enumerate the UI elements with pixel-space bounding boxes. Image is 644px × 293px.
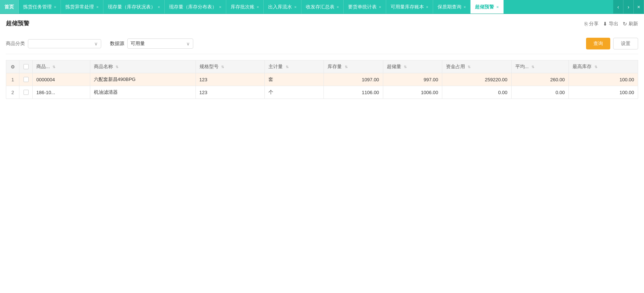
nav-item-expiry-query[interactable]: 保质期查询 × [433,0,471,14]
nav-close-pick-exception[interactable]: × [96,5,98,9]
cell-unit-0: 套 [265,73,324,86]
nav-close-batch-account[interactable]: × [257,5,259,9]
nav-close-order-stats[interactable]: × [379,5,381,9]
nav-item-pick-task[interactable]: 拣货任务管理 × [19,0,61,14]
page-content: 超储预警 ⎘ 分享 ⬇ 导出 ↻ 刷新 商品分类 ∨ 数据源 [0,14,644,293]
cell-overstock-0: 997.00 [383,73,442,86]
gear-icon: ⚙ [11,64,15,70]
cell-overstock-1: 1006.00 [383,86,442,99]
nav-item-summary[interactable]: 收发存汇总表 × [301,0,344,14]
th-gear[interactable]: ⚙ [6,60,19,73]
th-max-stock-label: 最高库存 [572,64,592,69]
nav-close-available-ledger[interactable]: × [426,5,428,9]
th-product-name-label: 商品名称 [94,64,113,69]
th-max-stock[interactable]: 最高库存 ⇅ [569,60,638,73]
th-product-name[interactable]: 商品名称 ⇅ [90,60,195,73]
header-checkbox[interactable] [23,64,29,69]
sort-icon-product-name: ⇅ [116,65,118,69]
nav-label-inventory-status: 现存量（库存状况表） [108,4,155,10]
cell-product-name-0: 六配套新昌490BPG [90,73,195,86]
nav-close-overstock-alert[interactable]: × [496,5,498,9]
th-product-code-label: 商品... [36,64,50,69]
cell-product-code-0: 0000004 [33,73,90,86]
row-checkbox-0[interactable] [23,77,29,82]
th-unit[interactable]: 主计量 ⇅ [265,60,324,73]
category-dropdown-icon: ∨ [94,41,98,47]
cell-avg-1: 0.00 [511,86,569,99]
th-stock-label: 库存量 [328,64,342,69]
sort-icon-spec: ⇅ [221,65,224,69]
th-capital[interactable]: 资金占用 ⇅ [442,60,511,73]
cell-checkbox-0[interactable] [19,73,33,86]
th-unit-label: 主计量 [268,64,283,69]
row-checkbox-1[interactable] [23,90,29,95]
page-title: 超储预警 [6,20,29,27]
th-avg-label: 平均... [515,64,529,69]
cell-stock-1: 1106.00 [324,86,383,99]
nav-arrows: ‹ › × [613,0,644,14]
th-stock[interactable]: 库存量 ⇅ [324,60,383,73]
nav-item-inventory-status[interactable]: 现存量（库存状况表） × [103,0,165,14]
nav-item-home[interactable]: 首页 [0,0,19,14]
category-select[interactable]: ∨ [28,39,101,48]
nav-label-expiry-query: 保质期查询 [438,4,461,10]
table-body: 1 0000004 六配套新昌490BPG 123 套 1097.00 997.… [6,73,638,99]
nav-arrow-more[interactable]: × [634,0,644,14]
share-button[interactable]: ⎘ 分享 [585,21,599,27]
th-product-code[interactable]: 商品... ⇅ [33,60,90,73]
nav-arrow-left[interactable]: ‹ [613,0,623,14]
refresh-button[interactable]: ↻ 刷新 [623,21,638,27]
nav-label-order-stats: 要货单统计表 [348,4,377,10]
sort-icon-capital: ⇅ [468,65,471,69]
nav-item-inventory-dist[interactable]: 现存量（库存分布表） × [165,0,226,14]
nav-label-pick-exception: 拣货异常处理 [65,4,94,10]
datasource-select-value: 可用量 [131,40,145,47]
th-capital-label: 资金占用 [446,64,465,69]
sort-icon-product-code: ⇅ [52,65,55,69]
nav-close-expiry-query[interactable]: × [464,5,466,9]
nav-label-available-ledger: 可用量库存账本 [391,4,424,10]
data-table: ⚙ 商品... ⇅ 商品名称 ⇅ 规格型号 ⇅ [6,60,638,99]
nav-item-inout-flow[interactable]: 出入库流水 × [264,0,301,14]
share-label: 分享 [589,21,599,27]
nav-label-inventory-dist: 现存量（库存分布表） [169,4,217,10]
filter-area: 商品分类 ∨ 数据源 可用量 ∨ 查询 设置 [6,33,638,54]
th-overstock[interactable]: 超储量 ⇅ [383,60,442,73]
settings-button[interactable]: 设置 [613,38,638,49]
datasource-select[interactable]: 可用量 ∨ [127,38,193,49]
nav-item-overstock-alert[interactable]: 超储预警 × [471,0,503,14]
nav-item-batch-account[interactable]: 库存批次账 × [226,0,264,14]
nav-item-order-stats[interactable]: 要货单统计表 × [344,0,386,14]
page-header: 超储预警 ⎘ 分享 ⬇ 导出 ↻ 刷新 [6,20,638,27]
th-checkbox[interactable] [19,60,33,73]
nav-close-inout-flow[interactable]: × [294,5,296,9]
filter-category: 商品分类 ∨ [6,39,101,48]
nav-item-pick-exception[interactable]: 拣货异常处理 × [61,0,103,14]
nav-close-inventory-dist[interactable]: × [219,5,221,9]
sort-icon-avg: ⇅ [531,65,534,69]
share-icon: ⎘ [585,21,588,27]
nav-label-summary: 收发存汇总表 [306,4,334,10]
cell-spec-1: 123 [195,86,265,99]
nav-label-inout-flow: 出入库流水 [268,4,292,10]
export-button[interactable]: ⬇ 导出 [603,21,618,27]
th-spec-label: 规格型号 [200,64,219,69]
nav-label-batch-account: 库存批次账 [231,4,255,10]
table-header-row: ⚙ 商品... ⇅ 商品名称 ⇅ 规格型号 ⇅ [6,60,638,73]
nav-close-summary[interactable]: × [337,5,339,9]
export-icon: ⬇ [603,21,607,27]
nav-arrow-right[interactable]: › [623,0,634,14]
nav-close-pick-task[interactable]: × [54,5,56,9]
sort-icon-unit: ⇅ [286,65,289,69]
cell-capital-1: 0.00 [442,86,511,99]
filter-datasource: 数据源 可用量 ∨ [110,38,193,49]
filter-actions: 查询 设置 [586,38,638,49]
nav-item-available-ledger[interactable]: 可用量库存账本 × [386,0,433,14]
category-label: 商品分类 [6,40,25,47]
th-spec[interactable]: 规格型号 ⇅ [195,60,265,73]
cell-spec-0: 123 [195,73,265,86]
th-avg[interactable]: 平均... ⇅ [511,60,569,73]
query-button[interactable]: 查询 [586,38,610,49]
cell-checkbox-1[interactable] [19,86,33,99]
nav-close-inventory-status[interactable]: × [158,5,160,9]
